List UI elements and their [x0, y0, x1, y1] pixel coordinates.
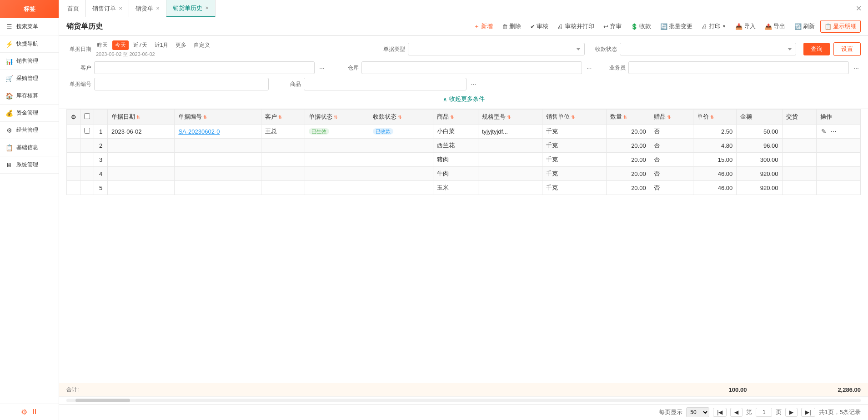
- row1-check[interactable]: [84, 128, 90, 134]
- col-unit-price[interactable]: 单价 ⇅: [693, 110, 737, 125]
- col-product[interactable]: 商品 ⇅: [433, 110, 478, 125]
- horizontal-scrollbar[interactable]: [66, 399, 861, 402]
- customer-sort[interactable]: 客户 ⇅: [265, 113, 301, 121]
- row1-doc-no-link[interactable]: SA-20230602-0: [178, 128, 220, 135]
- col-checkbox[interactable]: [80, 110, 94, 125]
- export-button[interactable]: 📤 导出: [761, 20, 789, 32]
- prev-page-btn[interactable]: ◀: [730, 408, 743, 417]
- col-doc-no[interactable]: 单据编号 ⇅: [175, 110, 261, 125]
- batch-change-button[interactable]: 🔄 批量变更: [657, 20, 696, 32]
- refresh-button[interactable]: 🔃 刷新: [791, 20, 818, 32]
- col-spec-model[interactable]: 规格型号 ⇅: [478, 110, 542, 125]
- customer-ellipsis[interactable]: ···: [317, 63, 326, 72]
- collect-status-sort[interactable]: 收款状态 ⇅: [373, 113, 429, 121]
- row1-checkbox[interactable]: [80, 125, 94, 139]
- tab-sales-order[interactable]: 销售订单 ✕: [86, 0, 129, 17]
- sidebar-item-system-mgmt[interactable]: 🖥 系统管理: [0, 156, 59, 174]
- delete-button[interactable]: 🗑 删除: [498, 20, 525, 32]
- doc-no-sort[interactable]: 单据编号 ⇅: [178, 113, 257, 121]
- warehouse-input[interactable]: [361, 61, 582, 74]
- audit-print-button[interactable]: 🖨 审核并打印: [554, 20, 598, 32]
- tab-home[interactable]: 首页: [61, 0, 86, 17]
- date-btn-yesterday[interactable]: 昨天: [94, 40, 110, 50]
- print-button[interactable]: 🖨 打印 ▼: [698, 20, 730, 32]
- table-area[interactable]: ⚙ 单据日期 ⇅: [59, 109, 868, 383]
- doc-no-input[interactable]: [94, 78, 269, 90]
- date-btn-7days[interactable]: 近7天: [130, 40, 150, 50]
- select-all-checkbox[interactable]: [84, 113, 90, 119]
- tab-delivery-close[interactable]: ✕: [156, 6, 160, 11]
- pause-bottom-icon[interactable]: ⏸: [31, 408, 38, 416]
- row2-checkbox[interactable]: [80, 139, 94, 153]
- unit-price-sort[interactable]: 单价 ⇅: [697, 113, 733, 121]
- warehouse-ellipsis[interactable]: ···: [585, 63, 594, 72]
- col-collect-status[interactable]: 收款状态 ⇅: [369, 110, 433, 125]
- sidebar-item-basic-info[interactable]: 📋 基础信息: [0, 139, 59, 156]
- sidebar-item-purchase-mgmt[interactable]: 🛒 采购管理: [0, 70, 59, 87]
- sidebar-item-finance-mgmt[interactable]: 💰 资金管理: [0, 105, 59, 122]
- col-sales-unit[interactable]: 销售单位 ⇅: [542, 110, 607, 125]
- table-row[interactable]: 1 2023-06-02 SA-20230602-0 王总 已生效 已收款 小白…: [67, 125, 861, 139]
- doc-type-select[interactable]: [408, 43, 584, 55]
- tab-delivery[interactable]: 销货单 ✕: [129, 0, 166, 17]
- tab-bar-close[interactable]: ✕: [851, 4, 866, 13]
- tab-delivery-history-close[interactable]: ✕: [205, 5, 209, 10]
- product-sort[interactable]: 商品 ⇅: [437, 113, 474, 121]
- product-input[interactable]: [304, 78, 467, 90]
- settings-bottom-icon[interactable]: ⚙: [21, 408, 27, 416]
- tab-sales-order-close[interactable]: ✕: [119, 6, 122, 11]
- date-btn-1month[interactable]: 近1月: [152, 40, 171, 50]
- sidebar-item-quick-nav[interactable]: ⚡ 快捷导航: [0, 35, 59, 53]
- row1-more-icon[interactable]: ⋯: [830, 128, 837, 135]
- table-row[interactable]: 3 猪肉 千克 20.00 否 15.00 300.00: [67, 153, 861, 167]
- set-button[interactable]: 设置: [833, 42, 861, 56]
- collapse-more-btn[interactable]: ∧ 收起更多条件: [66, 94, 861, 104]
- table-row[interactable]: 4 牛肉 千克 20.00 否 46.00 920.00: [67, 167, 861, 181]
- doc-status-sort[interactable]: 单据状态 ⇅: [309, 113, 365, 121]
- collect-status-select[interactable]: [620, 43, 796, 55]
- sales-unit-sort[interactable]: 销售单位 ⇅: [546, 113, 602, 121]
- new-button[interactable]: ＋ 新增: [470, 20, 497, 32]
- col-gift[interactable]: 赠品 ⇅: [650, 110, 693, 125]
- row5-checkbox[interactable]: [80, 181, 94, 195]
- date-btn-custom[interactable]: 自定义: [191, 40, 213, 50]
- col-doc-date[interactable]: 单据日期 ⇅: [108, 110, 175, 125]
- customer-input[interactable]: [94, 61, 315, 74]
- horizontal-scrollbar-container[interactable]: [59, 396, 868, 404]
- table-row[interactable]: 2 西兰花 千克 20.00 否 4.80 96.00: [67, 139, 861, 153]
- date-btn-today[interactable]: 今天: [112, 40, 129, 50]
- spec-model-sort[interactable]: 规格型号 ⇅: [482, 113, 538, 121]
- doc-date-sort[interactable]: 单据日期 ⇅: [111, 113, 171, 121]
- show-detail-button[interactable]: 📋 显示明细: [820, 20, 861, 33]
- row3-checkbox[interactable]: [80, 153, 94, 167]
- first-page-btn[interactable]: |◀: [713, 408, 727, 417]
- gift-sort[interactable]: 赠品 ⇅: [654, 113, 689, 121]
- col-quantity[interactable]: 数量 ⇅: [607, 110, 650, 125]
- discard-button[interactable]: ↩ 弃审: [600, 20, 625, 32]
- sidebar-item-sales-mgmt[interactable]: 📊 销售管理: [0, 53, 59, 70]
- salesperson-ellipsis[interactable]: ···: [852, 63, 861, 72]
- col-customer[interactable]: 客户 ⇅: [261, 110, 305, 125]
- salesperson-input[interactable]: [628, 61, 849, 74]
- tab-delivery-history[interactable]: 销货单历史 ✕: [166, 0, 216, 17]
- page-number-input[interactable]: [756, 408, 772, 417]
- import-button[interactable]: 📥 导入: [732, 20, 759, 32]
- scrollbar-thumb[interactable]: [75, 399, 130, 402]
- col-settings[interactable]: ⚙: [67, 110, 80, 125]
- query-button[interactable]: 查询: [803, 43, 830, 55]
- settings-icon[interactable]: ⚙: [71, 114, 76, 120]
- sidebar-item-inventory[interactable]: 🏠 库存核算: [0, 87, 59, 105]
- sidebar-item-operation-mgmt[interactable]: ⚙ 经营管理: [0, 122, 59, 139]
- date-btn-more[interactable]: 更多: [173, 40, 189, 50]
- sidebar-item-search-menu[interactable]: ☰ 搜索菜单: [0, 18, 59, 35]
- row1-edit-icon[interactable]: ✎: [821, 128, 827, 135]
- table-row[interactable]: 5 玉米 千克 20.00 否 46.00 920.00: [67, 181, 861, 195]
- col-doc-status[interactable]: 单据状态 ⇅: [305, 110, 369, 125]
- last-page-btn[interactable]: ▶|: [801, 408, 815, 417]
- next-page-btn[interactable]: ▶: [785, 408, 798, 417]
- quantity-sort[interactable]: 数量 ⇅: [610, 113, 646, 121]
- row4-checkbox[interactable]: [80, 167, 94, 181]
- product-ellipsis[interactable]: ···: [469, 80, 478, 89]
- collect-button[interactable]: 💲 收款: [627, 20, 655, 32]
- row1-doc-no[interactable]: SA-20230602-0: [175, 125, 261, 139]
